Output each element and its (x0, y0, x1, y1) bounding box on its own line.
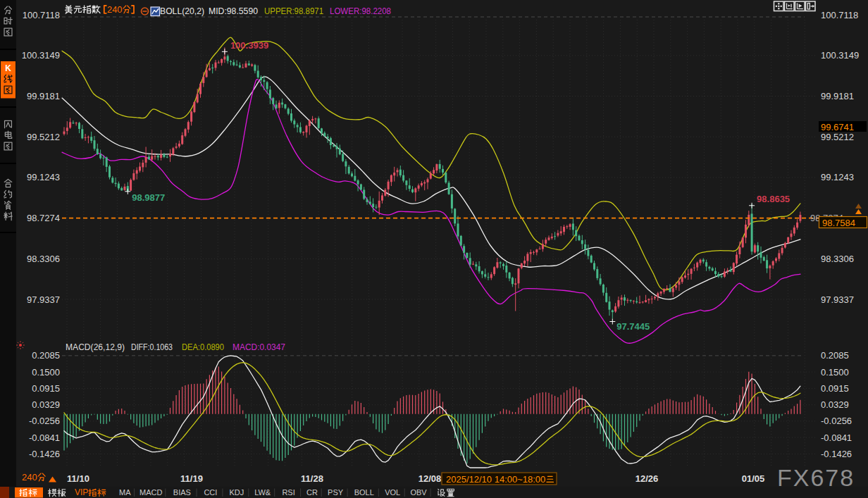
svg-text:12/26: 12/26 (636, 473, 659, 484)
svg-text:12/08: 12/08 (418, 473, 442, 484)
svg-text:100.3939: 100.3939 (230, 40, 268, 51)
svg-text:RSI: RSI (282, 488, 294, 497)
svg-text:99.1243: 99.1243 (27, 172, 60, 182)
svg-text:0.0915: 0.0915 (32, 383, 60, 394)
svg-text:CR: CR (306, 488, 318, 497)
svg-text:-0.0256: -0.0256 (821, 416, 852, 426)
svg-text:99.9181: 99.9181 (27, 91, 60, 101)
svg-text:-0.0841: -0.0841 (29, 432, 60, 443)
svg-text:100.3149: 100.3149 (821, 50, 859, 61)
svg-text:99.5212: 99.5212 (27, 132, 60, 142)
svg-text:MACD: MACD (140, 488, 162, 497)
svg-text:0.2085: 0.2085 (821, 350, 849, 361)
svg-text:OBV: OBV (410, 488, 427, 497)
svg-text:0.0329: 0.0329 (821, 399, 849, 410)
svg-text:4: 4 (112, 4, 117, 15)
svg-text:99.9181: 99.9181 (821, 91, 854, 101)
svg-text:98.9877: 98.9877 (132, 192, 165, 203)
svg-text:DIFF:0.1063: DIFF:0.1063 (131, 342, 173, 352)
svg-text:UPPER:98.8971: UPPER:98.8971 (264, 6, 323, 16)
svg-text:MA: MA (119, 488, 131, 497)
svg-text:-0.1426: -0.1426 (29, 449, 60, 459)
svg-text:0.0915: 0.0915 (821, 383, 849, 394)
svg-text:MACD:0.0347: MACD:0.0347 (232, 342, 285, 352)
svg-text:V: V (75, 487, 80, 497)
svg-text:P: P (82, 487, 88, 497)
svg-text:BOLL: BOLL (354, 488, 374, 497)
svg-text:VOL: VOL (385, 488, 400, 497)
svg-text:98.8635: 98.8635 (757, 194, 790, 204)
svg-text:01/05: 01/05 (742, 473, 765, 484)
svg-text:0.1500: 0.1500 (32, 367, 60, 378)
svg-text:99.5212: 99.5212 (821, 132, 854, 142)
svg-text:100.7118: 100.7118 (821, 10, 858, 20)
svg-text:PSY: PSY (328, 488, 344, 497)
svg-text:K: K (5, 63, 11, 73)
svg-text:2025/12/10 14:00~18:00: 2025/12/10 14:00~18:00 (446, 474, 545, 485)
svg-text:11/10: 11/10 (67, 473, 89, 484)
svg-text:98.3306: 98.3306 (821, 254, 854, 264)
svg-text:CCI: CCI (204, 488, 217, 497)
svg-text:2: 2 (107, 4, 112, 15)
svg-text:BIAS: BIAS (173, 488, 191, 497)
svg-text:LW&: LW& (254, 488, 271, 497)
svg-text:2: 2 (22, 472, 27, 483)
svg-text:0: 0 (32, 472, 37, 483)
svg-text:97.9337: 97.9337 (27, 294, 60, 305)
svg-text:99.1243: 99.1243 (821, 172, 854, 182)
svg-text:100.3149: 100.3149 (22, 50, 60, 61)
svg-text:97.9337: 97.9337 (821, 294, 854, 305)
svg-text:0: 0 (117, 4, 122, 15)
svg-text:MACD(26,12,9): MACD(26,12,9) (66, 342, 125, 352)
svg-text:98.3306: 98.3306 (27, 254, 60, 264)
svg-text:0.0329: 0.0329 (32, 399, 60, 410)
svg-text:11/28: 11/28 (301, 473, 323, 484)
svg-text:97.7445: 97.7445 (616, 321, 650, 332)
svg-text:98.7274: 98.7274 (27, 213, 60, 223)
svg-text:99.6741: 99.6741 (821, 122, 854, 132)
svg-text:11/19: 11/19 (180, 473, 203, 484)
svg-text:100.7118: 100.7118 (23, 10, 60, 20)
svg-text:98.7584: 98.7584 (822, 218, 855, 228)
svg-text:0.2085: 0.2085 (32, 350, 60, 361)
svg-text:BOLL(20,2): BOLL(20,2) (160, 6, 204, 16)
svg-text:0.1500: 0.1500 (821, 367, 849, 378)
svg-text:4: 4 (27, 472, 32, 483)
svg-text:LOWER:98.2208: LOWER:98.2208 (330, 6, 391, 16)
svg-text:MID:98.5590: MID:98.5590 (209, 6, 258, 16)
svg-text:-0.1426: -0.1426 (821, 449, 852, 459)
svg-text:DEA:0.0890: DEA:0.0890 (182, 342, 224, 352)
svg-text:KDJ: KDJ (229, 488, 244, 497)
svg-text:-0.0841: -0.0841 (821, 432, 852, 443)
svg-text:-0.0256: -0.0256 (29, 416, 60, 426)
